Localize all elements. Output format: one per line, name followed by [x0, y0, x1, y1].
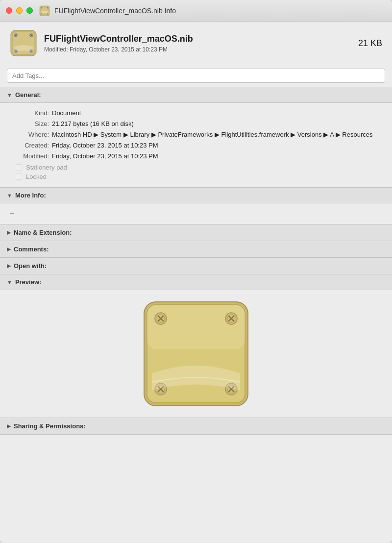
locked-label: Locked	[26, 173, 47, 180]
where-value: Macintosh HD ▶ System ▶ Library ▶ Privat…	[52, 129, 382, 140]
sharing-section-label: Sharing & Permissions:	[14, 422, 86, 430]
svg-point-2	[41, 7, 42, 8]
more-info-value: --	[10, 209, 14, 217]
kind-value: Document	[52, 108, 382, 119]
kind-row: Kind: Document	[10, 108, 382, 119]
comments-section-label: Comments:	[14, 246, 49, 253]
svg-rect-22	[147, 305, 245, 349]
sharing-section-header[interactable]: ▶ Sharing & Permissions:	[0, 418, 392, 435]
tags-section	[0, 65, 392, 87]
file-name: FUFlightViewController_macOS.nib	[44, 33, 351, 45]
titlebar-file-icon	[39, 5, 50, 17]
name-extension-section-header[interactable]: ▶ Name & Extension:	[0, 224, 392, 241]
preview-section-label: Preview:	[15, 278, 41, 286]
file-info: FUFlightViewController_macOS.nib Modifie…	[44, 33, 351, 52]
kind-label: Kind:	[10, 108, 49, 119]
locked-checkbox[interactable]	[16, 173, 22, 180]
finder-info-window: FUFlightViewController_macOS.nib Info	[0, 0, 392, 543]
file-modified: Modified: Friday, October 23, 2015 at 10…	[44, 46, 351, 53]
minimize-button[interactable]	[16, 7, 23, 14]
svg-point-3	[47, 7, 48, 8]
size-label: Size:	[10, 119, 49, 129]
modified-row: Modified: Friday, October 23, 2015 at 10…	[10, 151, 382, 162]
comments-section-header[interactable]: ▶ Comments:	[0, 241, 392, 258]
stationery-checkbox[interactable]	[16, 164, 22, 171]
sharing-triangle-icon: ▶	[7, 423, 11, 429]
preview-section-header[interactable]: ▼ Preview:	[0, 274, 392, 290]
preview-triangle-icon: ▼	[7, 279, 12, 285]
tags-input[interactable]	[7, 69, 385, 83]
titlebar: FUFlightViewController_macOS.nib Info	[0, 0, 392, 22]
created-label: Created:	[10, 140, 49, 151]
close-button[interactable]	[6, 7, 12, 14]
general-section-label: General:	[15, 91, 41, 99]
where-label: Where:	[10, 129, 49, 140]
more-info-section-label: More Info:	[15, 192, 46, 199]
file-header: FUFlightViewController_macOS.nib Modifie…	[0, 22, 392, 65]
preview-icon	[142, 300, 250, 408]
file-icon	[10, 29, 37, 57]
traffic-lights	[6, 7, 33, 14]
name-extension-section-label: Name & Extension:	[14, 229, 72, 236]
more-info-section-content: --	[0, 203, 392, 224]
size-value: 21,217 bytes (16 KB on disk)	[52, 119, 382, 129]
modified-label: Modified:	[10, 151, 49, 162]
content-area: FUFlightViewController_macOS.nib Modifie…	[0, 22, 392, 543]
open-with-section-header[interactable]: ▶ Open with:	[0, 257, 392, 274]
where-row: Where: Macintosh HD ▶ System ▶ Library ▶…	[10, 129, 382, 140]
general-section-header[interactable]: ▼ General:	[0, 87, 392, 103]
stationery-row: Stationery pad	[16, 164, 382, 171]
modified-value: Friday, October 23, 2015 at 10:23 PM	[52, 151, 382, 162]
created-value: Friday, October 23, 2015 at 10:23 PM	[52, 140, 382, 151]
window-title: FUFlightViewController_macOS.nib Info	[54, 7, 176, 15]
open-with-section-label: Open with:	[14, 262, 47, 270]
created-row: Created: Friday, October 23, 2015 at 10:…	[10, 140, 382, 151]
preview-section-content	[0, 290, 392, 418]
name-extension-triangle-icon: ▶	[7, 229, 11, 236]
stationery-label: Stationery pad	[26, 164, 67, 171]
locked-row: Locked	[16, 173, 382, 180]
more-info-section-header[interactable]: ▼ More Info:	[0, 187, 392, 203]
more-info-triangle-icon: ▼	[7, 193, 12, 198]
file-size: 21 KB	[358, 38, 382, 49]
open-with-triangle-icon: ▶	[7, 263, 11, 269]
general-section-content: Kind: Document Size: 21,217 bytes (16 KB…	[0, 103, 392, 187]
size-row: Size: 21,217 bytes (16 KB on disk)	[10, 119, 382, 129]
general-triangle-icon: ▼	[7, 92, 12, 98]
comments-triangle-icon: ▶	[7, 246, 11, 252]
maximize-button[interactable]	[26, 7, 33, 14]
